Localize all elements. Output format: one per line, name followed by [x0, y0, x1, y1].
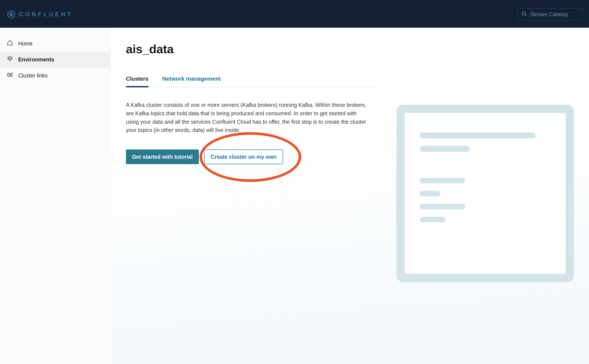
get-started-tutorial-button[interactable]: Get started with tutorial — [126, 150, 199, 164]
home-icon — [7, 40, 13, 47]
app-header: CONFLUENT Stream Catalog — [0, 1, 589, 28]
brand-logo[interactable]: CONFLUENT — [7, 11, 73, 18]
button-label: Get started with tutorial — [132, 154, 193, 160]
page-title: ais_data — [126, 42, 375, 56]
svg-line-6 — [525, 15, 526, 16]
confluent-logo-icon — [7, 11, 15, 18]
stream-catalog-search[interactable]: Stream Catalog — [517, 8, 582, 20]
body: Home Environments Cluster links — [0, 28, 589, 364]
sidebar-item-home[interactable]: Home — [0, 35, 111, 52]
empty-state-illustration — [396, 105, 574, 282]
search-icon — [521, 11, 527, 18]
tabs: Clusters Network management — [126, 76, 375, 87]
main-content: ais_data Clusters Network management A K… — [111, 28, 589, 364]
action-buttons: Get started with tutorial Create cluster… — [126, 150, 375, 164]
tab-label: Clusters — [126, 76, 148, 82]
sidebar-item-label: Environments — [18, 56, 54, 63]
tab-clusters[interactable]: Clusters — [126, 76, 148, 87]
button-label: Create cluster on my own — [211, 154, 276, 160]
sidebar-item-environments[interactable]: Environments — [0, 52, 111, 67]
svg-rect-8 — [8, 73, 9, 77]
layers-icon — [7, 56, 13, 63]
sidebar: Home Environments Cluster links — [0, 28, 111, 364]
search-placeholder: Stream Catalog — [530, 11, 568, 18]
tab-label: Network management — [162, 76, 221, 82]
svg-marker-7 — [8, 57, 12, 59]
tab-network-management[interactable]: Network management — [162, 76, 221, 87]
sidebar-item-label: Home — [18, 40, 33, 47]
sidebar-item-cluster-links[interactable]: Cluster links — [0, 67, 111, 84]
svg-rect-9 — [11, 73, 12, 77]
sidebar-item-label: Cluster links — [18, 72, 48, 79]
cluster-description: A Kafka cluster consists of one or more … — [126, 101, 370, 134]
create-cluster-button[interactable]: Create cluster on my own — [204, 150, 283, 164]
brand-name: CONFLUENT — [19, 11, 73, 18]
cluster-links-icon — [7, 72, 13, 79]
